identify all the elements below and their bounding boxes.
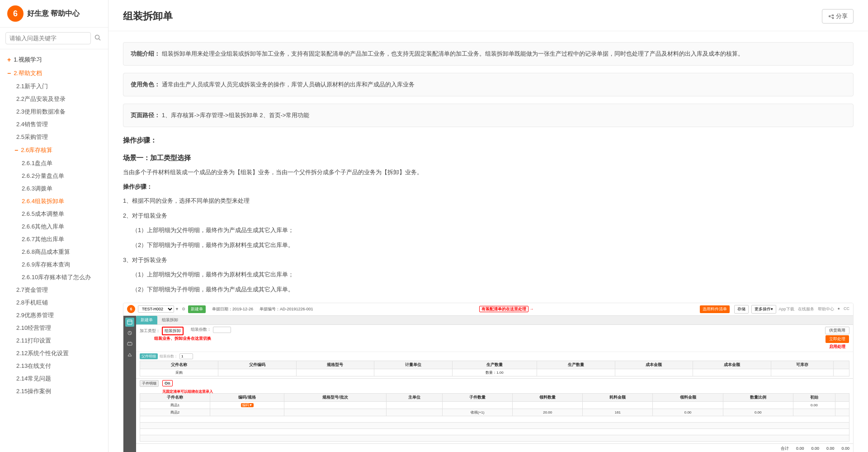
mini-confirm-btn[interactable]: 立即处理: [826, 335, 849, 343]
mini-type-select[interactable]: 组装拆卸: [162, 327, 184, 335]
sidebar-item-2-10[interactable]: 2.10经营管理: [0, 322, 108, 334]
feature-intro-block: 功能介绍： 组装拆卸单用来处理企业组装或拆卸等加工业务，支持有固定装配清单的产品…: [123, 42, 854, 66]
mini-supplier-input[interactable]: 供货商用: [825, 327, 849, 334]
sidebar-item-video[interactable]: + 1.视频学习: [0, 53, 108, 67]
sidebar-item-purchase[interactable]: 2.5采购管理: [0, 131, 108, 143]
content-header: 组装拆卸单 分享: [108, 0, 868, 31]
sidebar-item-2-6-10[interactable]: 2.6.10库存账本错了怎么办: [0, 271, 108, 284]
table-row: 商品2 收税(+1) 20.00 161 0.00 0.00: [140, 409, 849, 416]
table-row: [140, 422, 849, 428]
content-body: 功能介绍： 组装拆卸单用来处理企业组装或拆卸等加工业务，支持有固定装配清单的产品…: [108, 31, 868, 452]
sidebar-item-2-13[interactable]: 2.13在线支付: [0, 360, 108, 372]
table-row: 采购 数量：1.00: [140, 369, 849, 376]
mini-tab-assembly[interactable]: 组装拆卸: [157, 316, 183, 324]
mini-new-btn[interactable]: 新建单: [188, 305, 206, 313]
mini-save-btn[interactable]: 存储: [734, 305, 749, 314]
page-title: 组装拆卸单: [123, 10, 173, 23]
mini-parent-section-label: 父件明细: [140, 353, 158, 359]
mini-nav-icon-1[interactable]: [125, 318, 134, 327]
sidebar-item-2-6-2[interactable]: 2.6.2分量盘点单: [0, 170, 108, 182]
sidebar: 6 好生意 帮助中心 + 1.视频学习 − 2.帮助文档 2.1新手入门 2.2…: [0, 0, 108, 452]
svg-line-6: [130, 333, 131, 334]
sidebar-item-2-6-6[interactable]: 2.6.6其他入库单: [0, 220, 108, 233]
share-button[interactable]: 分享: [822, 9, 854, 24]
sidebar-item-data-prep[interactable]: 2.3使用前数据准备: [0, 105, 108, 118]
mini-form-tabs: 新建单 组装拆卸: [136, 316, 853, 325]
mini-qty-input[interactable]: [213, 327, 231, 333]
main-content: 组装拆卸单 分享 功能介绍： 组装拆卸单用来处理企业组装或拆卸等加工业务，支持有…: [108, 0, 868, 452]
role-intro-label: 使用角色：: [131, 81, 160, 88]
annotation-type-switch: 组装业务、拆卸业务在这里切换: [154, 336, 211, 342]
steps-title: 操作步骤：: [123, 136, 854, 145]
sidebar-item-install[interactable]: 2.2产品安装及登录: [0, 93, 108, 105]
mini-template-btn[interactable]: 选用料件清单: [700, 305, 730, 313]
steps-content: 1、根据不同的业务，选择不同单据的类型来处理 2、对于组装业务 （1）上部明细为…: [123, 195, 854, 295]
table-row: 商品1 编码▼ 0.00: [140, 401, 849, 409]
sidebar-item-2-6-5[interactable]: 2.6.5成本调整单: [0, 208, 108, 220]
sidebar-item-2-11[interactable]: 2.11打印设置: [0, 334, 108, 347]
svg-rect-7: [127, 343, 132, 345]
mini-form-fields: 加工类型： 组装拆卸 组装份数： 组装业务、拆卸业务在这里切换: [136, 325, 853, 352]
mini-qty-field: 组装份数：: [191, 327, 231, 333]
mini-on-toggle[interactable]: On: [162, 380, 173, 386]
mini-child-section-label: 子件明细: [140, 380, 159, 387]
mini-sets-input[interactable]: [179, 353, 193, 359]
sidebar-item-inventory[interactable]: − 2.6库存核算: [0, 143, 108, 157]
mini-total-1: 0.00: [796, 446, 804, 451]
mini-top-table-area: 父件明细 组装份数： 父件名称 父件编码 规格型号: [136, 353, 853, 379]
screenshot-container: 6 TEST-H002 ▼ ⚙ 新建单 单据日期：2019-12-26 单据编号…: [123, 303, 854, 452]
nav-tree: + 1.视频学习 − 2.帮助文档 2.1新手入门 2.2产品安装及登录 2.3…: [0, 49, 108, 452]
sidebar-item-2-14[interactable]: 2.14常见问题: [0, 372, 108, 385]
sidebar-item-label: 2.6库存核算: [21, 146, 52, 154]
mini-content-area: 新建单 组装拆卸 加工类型： 组装拆卸 组装份数：: [123, 316, 853, 452]
scene-1-desc: 当由多个子件材料组装成一个成品的业务为【组装】业务，当由一个父件拆分成多个子产品…: [123, 167, 854, 178]
mini-bottom-table-area: 子件明细 On 无固定清单可以组绕在这里录入: [136, 380, 853, 443]
mini-nav-icon-3[interactable]: [125, 339, 134, 348]
mini-nav-icon-4[interactable]: [125, 350, 134, 359]
collapse-icon: −: [7, 70, 11, 77]
mini-logo: 6: [127, 305, 135, 313]
sidebar-item-docs[interactable]: − 2.帮助文档: [0, 67, 108, 80]
annotation-no-template: 无固定清单可以组绕在这里录入: [162, 389, 213, 394]
mini-icons-right: App下载在线服务帮助中心●CC: [779, 306, 849, 312]
mini-total-3: 0.00: [826, 446, 835, 451]
mini-tab-active[interactable]: 新建单: [136, 316, 157, 324]
search-button[interactable]: [93, 33, 103, 44]
feature-intro-label: 功能介绍：: [131, 50, 160, 57]
search-icon: [94, 34, 101, 41]
sidebar-item-newcomer[interactable]: 2.1新手入门: [0, 80, 108, 93]
sidebar-item-2-8[interactable]: 2.8手机旺铺: [0, 296, 108, 309]
search-box: [0, 28, 108, 49]
mini-set-label: 组装份数：: [160, 354, 178, 359]
mini-nav-icon-2[interactable]: [125, 328, 134, 338]
table-row: [140, 435, 849, 441]
mini-app-screenshot: 6 TEST-H002 ▼ ⚙ 新建单 单据日期：2019-12-26 单据编号…: [123, 303, 853, 452]
sidebar-item-2-6-7[interactable]: 2.6.7其他出库单: [0, 233, 108, 246]
annotation-enable: 启用处理: [829, 344, 845, 350]
mini-type-field: 加工类型： 组装拆卸: [140, 327, 184, 335]
sidebar-item-2-6-4[interactable]: 2.6.4组装拆卸单: [0, 195, 108, 208]
collapse-icon: −: [14, 147, 18, 154]
steps-label2: 操作步骤：: [123, 183, 854, 191]
table-row: [140, 416, 849, 422]
mini-left-nav: [123, 316, 136, 452]
mini-module-select[interactable]: TEST-H002: [138, 305, 174, 313]
sidebar-item-2-6-9[interactable]: 2.6.9库存账本查询: [0, 258, 108, 271]
sidebar-item-sales[interactable]: 2.4销售管理: [0, 118, 108, 131]
sidebar-item-2-9[interactable]: 2.9优惠券管理: [0, 309, 108, 322]
scene-1-title: 场景一：加工类型选择: [123, 154, 854, 162]
mini-total-4: 0.00: [841, 446, 849, 451]
sidebar-item-2-6-3[interactable]: 2.6.3调拨单: [0, 182, 108, 195]
mini-more-btn[interactable]: 更多操作▾: [751, 305, 776, 314]
sidebar-item-2-12[interactable]: 2.12系统个性化设置: [0, 347, 108, 360]
sidebar-item-2-6-1[interactable]: 2.6.1盘点单: [0, 157, 108, 170]
sidebar-item-2-6-8[interactable]: 2.6.8商品成本重算: [0, 246, 108, 258]
app-name: 好生意 帮助中心: [27, 9, 80, 19]
sidebar-item-2-7[interactable]: 2.7资金管理: [0, 284, 108, 296]
svg-point-0: [95, 35, 99, 39]
svg-rect-2: [127, 320, 132, 324]
mini-footer: 合计 0.00 0.00 0.00 0.00: [136, 443, 853, 452]
search-input[interactable]: [5, 32, 91, 44]
sidebar-item-2-15[interactable]: 2.15操作案例: [0, 385, 108, 398]
table-row: [140, 428, 849, 435]
